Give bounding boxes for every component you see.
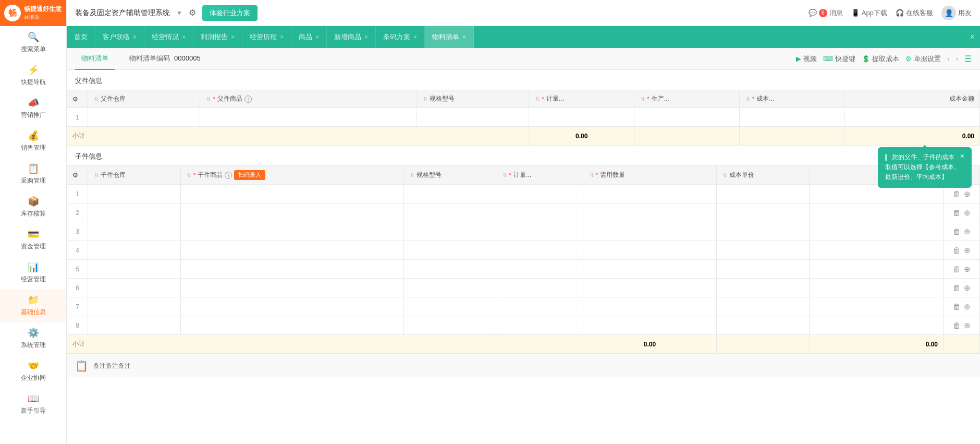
child-unit-7[interactable]	[496, 297, 583, 316]
child-qty-7[interactable]	[583, 297, 717, 316]
sidebar-item-10[interactable]: 🤝企业协同	[0, 355, 66, 388]
app-download-item[interactable]: 📱 App下载	[851, 8, 887, 18]
parent-unit-cell[interactable]	[529, 108, 634, 127]
delete-icon-7[interactable]: 🗑	[953, 302, 961, 311]
child-unit-4[interactable]	[496, 241, 583, 260]
child-unit-cost-2[interactable]	[717, 203, 810, 222]
child-product-3[interactable]	[180, 222, 403, 241]
delete-icon-6[interactable]: 🗑	[953, 283, 961, 293]
nav-tab-2[interactable]: 经营情况×	[144, 26, 193, 48]
parent-warehouse-cell[interactable]	[88, 108, 200, 127]
nav-tab-close-8[interactable]: ×	[462, 33, 466, 41]
nav-tab-3[interactable]: 利润报告×	[193, 26, 242, 48]
child-unit-cost-6[interactable]	[717, 279, 810, 297]
delete-icon-2[interactable]: 🗑	[953, 208, 961, 218]
child-product-info-icon[interactable]: i	[225, 172, 232, 179]
nav-tab-1[interactable]: 客户联络×	[95, 26, 144, 48]
child-warehouse-1[interactable]	[88, 185, 181, 203]
system-title-dropdown[interactable]: ▼	[176, 9, 182, 17]
child-warehouse-2[interactable]	[88, 203, 181, 222]
child-warehouse-7[interactable]	[88, 297, 181, 316]
parent-spec-cell[interactable]	[416, 108, 529, 127]
copy-icon-6[interactable]: ⊕	[964, 283, 971, 293]
single-settings-btn[interactable]: ⚙ 单据设置	[905, 54, 941, 64]
nav-tab-close-1[interactable]: ×	[133, 33, 137, 41]
sidebar-item-9[interactable]: ⚙️系统管理	[0, 322, 66, 355]
child-unit-3[interactable]	[496, 222, 583, 241]
child-warehouse-3[interactable]	[88, 222, 181, 241]
menu-icon[interactable]: ☰	[964, 54, 972, 64]
sidebar-item-4[interactable]: 📋采购管理	[0, 158, 66, 190]
nav-tab-0[interactable]: 首页	[67, 26, 95, 48]
sidebar-item-5[interactable]: 📦库存核算	[0, 190, 66, 223]
nav-arrow-right[interactable]: ›	[956, 55, 958, 63]
nav-tab-close-6[interactable]: ×	[364, 33, 368, 41]
parent-production-cell[interactable]	[634, 108, 739, 127]
child-unit-1[interactable]	[496, 185, 583, 203]
child-product-5[interactable]	[180, 260, 403, 279]
child-spec-8[interactable]	[403, 316, 496, 335]
extract-cost-btn[interactable]: 💲 提取成本	[862, 54, 899, 64]
child-spec-1[interactable]	[403, 185, 496, 203]
child-qty-6[interactable]	[583, 279, 717, 297]
nav-arrow-left[interactable]: ‹	[947, 55, 949, 63]
delete-icon-8[interactable]: 🗑	[953, 321, 961, 330]
nav-tab-close-2[interactable]: ×	[182, 33, 186, 41]
nav-tab-7[interactable]: 条码方案×	[376, 26, 425, 48]
product-info-icon[interactable]: i	[244, 95, 252, 103]
child-unit-cost-1[interactable]	[717, 185, 810, 203]
nav-tab-4[interactable]: 经营历程×	[242, 26, 291, 48]
parent-product-cell[interactable]	[200, 108, 416, 127]
child-unit-6[interactable]	[496, 279, 583, 297]
copy-icon-4[interactable]: ⊕	[964, 246, 971, 255]
child-spec-6[interactable]	[403, 279, 496, 297]
sidebar-item-0[interactable]: 🔍搜索菜单	[0, 26, 66, 59]
child-unit-cost-4[interactable]	[717, 241, 810, 260]
child-qty-8[interactable]	[583, 316, 717, 335]
copy-icon-8[interactable]: ⊕	[964, 321, 971, 330]
child-qty-5[interactable]	[583, 260, 717, 279]
child-th-settings[interactable]: ⚙	[67, 166, 88, 185]
delete-icon-4[interactable]: 🗑	[953, 246, 961, 255]
nav-tab-8[interactable]: 物料清单×	[425, 26, 474, 48]
child-qty-4[interactable]	[583, 241, 717, 260]
child-warehouse-4[interactable]	[88, 241, 181, 260]
settings-icon[interactable]: ⚙	[189, 8, 196, 18]
nav-tab-6[interactable]: 新增商品×	[327, 26, 376, 48]
tooltip-close-btn[interactable]: ×	[960, 152, 964, 160]
sidebar-item-3[interactable]: 💰销售管理	[0, 125, 66, 158]
nav-tab-close-4[interactable]: ×	[280, 33, 284, 41]
child-product-1[interactable]	[180, 185, 403, 203]
delete-icon-1[interactable]: 🗑	[953, 189, 961, 199]
child-spec-2[interactable]	[403, 203, 496, 222]
child-unit-cost-8[interactable]	[717, 316, 810, 335]
child-qty-1[interactable]	[583, 185, 717, 203]
child-unit-8[interactable]	[496, 316, 583, 335]
child-unit-cost-7[interactable]	[717, 297, 810, 316]
child-spec-5[interactable]	[403, 260, 496, 279]
child-warehouse-8[interactable]	[88, 316, 181, 335]
nav-tab-close-5[interactable]: ×	[315, 33, 319, 41]
scan-btn[interactable]: 扫码录入	[234, 170, 265, 180]
sub-tab-bill-list[interactable]: 物料清单	[75, 48, 115, 70]
message-item[interactable]: 💬 6 消息	[808, 8, 843, 18]
nav-close-all[interactable]: ×	[965, 32, 980, 42]
copy-icon-5[interactable]: ⊕	[964, 265, 971, 274]
child-spec-7[interactable]	[403, 297, 496, 316]
child-qty-3[interactable]	[583, 222, 717, 241]
sidebar-item-1[interactable]: ⚡快捷导航	[0, 59, 66, 92]
parent-cost-cell[interactable]	[739, 108, 844, 127]
sidebar-item-11[interactable]: 📖新手引导	[0, 388, 66, 421]
nav-tab-close-7[interactable]: ×	[413, 33, 417, 41]
child-warehouse-6[interactable]	[88, 279, 181, 297]
child-product-8[interactable]	[180, 316, 403, 335]
delete-icon-3[interactable]: 🗑	[953, 227, 961, 236]
nav-tab-5[interactable]: 商品×	[291, 26, 327, 48]
online-service-item[interactable]: 🎧 在线客服	[896, 8, 933, 18]
child-unit-5[interactable]	[496, 260, 583, 279]
sidebar-item-2[interactable]: 📣营销推广	[0, 92, 66, 125]
child-product-2[interactable]	[180, 203, 403, 222]
child-qty-2[interactable]	[583, 203, 717, 222]
child-warehouse-5[interactable]	[88, 260, 181, 279]
sidebar-item-8[interactable]: 📁基础信息	[0, 289, 66, 322]
